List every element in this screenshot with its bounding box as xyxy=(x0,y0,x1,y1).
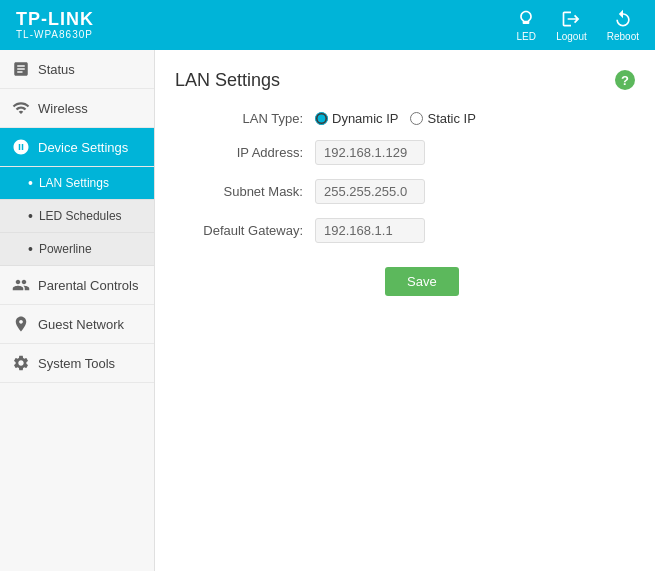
guest-icon xyxy=(12,315,30,333)
header: TP-LINK TL-WPA8630P LED Logout Reboot xyxy=(0,0,655,50)
sidebar-sub-label-powerline: Powerline xyxy=(39,242,92,256)
sidebar-item-parental-controls[interactable]: Parental Controls xyxy=(0,266,154,305)
parental-icon xyxy=(12,276,30,294)
sidebar-sub-label-led-schedules: LED Schedules xyxy=(39,209,122,223)
save-button[interactable]: Save xyxy=(385,267,459,296)
dynamic-ip-label: Dynamic IP xyxy=(332,111,398,126)
sidebar: Status Wireless Device Settings LAN Sett… xyxy=(0,50,155,571)
sidebar-item-status[interactable]: Status xyxy=(0,50,154,89)
default-gateway-label: Default Gateway: xyxy=(185,223,315,238)
sidebar-label-wireless: Wireless xyxy=(38,101,88,116)
wireless-icon xyxy=(12,99,30,117)
static-ip-radio-label[interactable]: Static IP xyxy=(410,111,475,126)
static-ip-label: Static IP xyxy=(427,111,475,126)
logo: TP-LINK TL-WPA8630P xyxy=(16,10,94,41)
subnet-mask-input[interactable] xyxy=(315,179,425,204)
subnet-mask-label: Subnet Mask: xyxy=(185,184,315,199)
sidebar-label-system-tools: System Tools xyxy=(38,356,115,371)
page-title: LAN Settings xyxy=(175,70,280,91)
sidebar-sub-device-settings: LAN Settings LED Schedules Powerline xyxy=(0,167,154,266)
sidebar-label-device-settings: Device Settings xyxy=(38,140,128,155)
header-icons: LED Logout Reboot xyxy=(516,9,639,42)
system-tools-icon xyxy=(12,354,30,372)
lan-type-label: LAN Type: xyxy=(185,111,315,126)
ip-address-row: IP Address: xyxy=(185,140,635,165)
ip-address-label: IP Address: xyxy=(185,145,315,160)
led-label: LED xyxy=(516,31,535,42)
reboot-label: Reboot xyxy=(607,31,639,42)
sidebar-sub-label-lan-settings: LAN Settings xyxy=(39,176,109,190)
sidebar-sub-item-led-schedules[interactable]: LED Schedules xyxy=(0,200,154,233)
default-gateway-input[interactable] xyxy=(315,218,425,243)
lan-type-row: LAN Type: Dynamic IP Static IP xyxy=(185,111,635,126)
help-icon[interactable]: ? xyxy=(615,70,635,90)
logo-brand: TP-LINK xyxy=(16,10,94,30)
lan-type-controls: Dynamic IP Static IP xyxy=(315,111,476,126)
logout-icon xyxy=(561,9,581,29)
logo-model: TL-WPA8630P xyxy=(16,29,94,40)
main-content: LAN Settings ? LAN Type: Dynamic IP Stat… xyxy=(155,50,655,571)
dynamic-ip-radio-label[interactable]: Dynamic IP xyxy=(315,111,398,126)
sidebar-sub-item-powerline[interactable]: Powerline xyxy=(0,233,154,266)
sidebar-item-device-settings[interactable]: Device Settings xyxy=(0,128,154,167)
dynamic-ip-radio[interactable] xyxy=(315,112,328,125)
logout-button[interactable]: Logout xyxy=(556,9,587,42)
led-button[interactable]: LED xyxy=(516,9,536,42)
save-row: Save xyxy=(185,257,635,296)
sidebar-item-wireless[interactable]: Wireless xyxy=(0,89,154,128)
device-settings-icon xyxy=(12,138,30,156)
page-title-row: LAN Settings ? xyxy=(175,70,635,91)
ip-address-input[interactable] xyxy=(315,140,425,165)
sidebar-item-system-tools[interactable]: System Tools xyxy=(0,344,154,383)
led-icon xyxy=(516,9,536,29)
reboot-button[interactable]: Reboot xyxy=(607,9,639,42)
lan-settings-form: LAN Type: Dynamic IP Static IP IP Addres… xyxy=(185,111,635,296)
sidebar-label-status: Status xyxy=(38,62,75,77)
logout-label: Logout xyxy=(556,31,587,42)
sidebar-label-parental-controls: Parental Controls xyxy=(38,278,138,293)
reboot-icon xyxy=(613,9,633,29)
default-gateway-row: Default Gateway: xyxy=(185,218,635,243)
static-ip-radio[interactable] xyxy=(410,112,423,125)
layout: Status Wireless Device Settings LAN Sett… xyxy=(0,50,655,571)
status-icon xyxy=(12,60,30,78)
sidebar-label-guest-network: Guest Network xyxy=(38,317,124,332)
subnet-mask-row: Subnet Mask: xyxy=(185,179,635,204)
sidebar-sub-item-lan-settings[interactable]: LAN Settings xyxy=(0,167,154,200)
sidebar-item-guest-network[interactable]: Guest Network xyxy=(0,305,154,344)
